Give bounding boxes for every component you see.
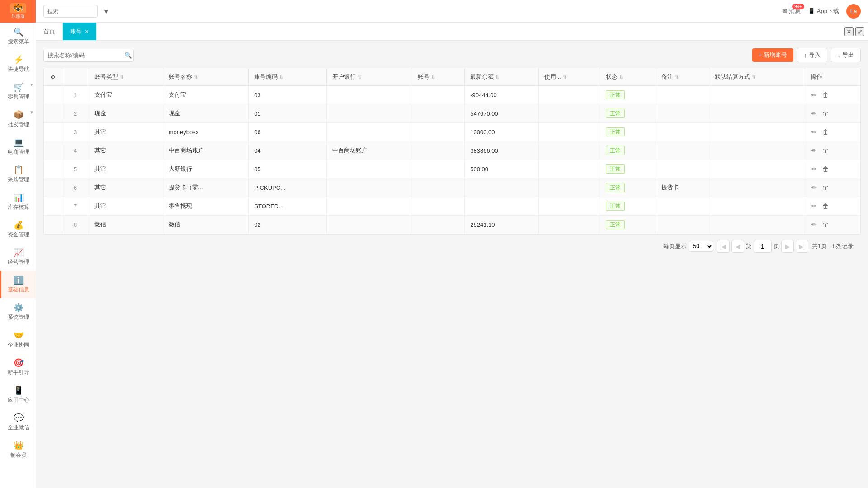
status-badge: 正常	[606, 183, 625, 192]
dropdown-button[interactable]: ▼	[103, 8, 109, 15]
th-account-type[interactable]: 账号类型 ⇅	[89, 68, 163, 86]
sidebar-item-system-mgmt[interactable]: ⚙️ 系统管理	[0, 298, 36, 326]
row-account	[412, 178, 465, 197]
th-settings[interactable]: ⚙	[44, 68, 62, 86]
row-checkbox-cell	[44, 141, 62, 160]
sidebar-item-frequent-member[interactable]: 👑 畅会员	[0, 436, 36, 464]
th-account[interactable]: 账号 ⇅	[412, 68, 465, 86]
th-default-settlement[interactable]: 默认结算方式 ⇅	[709, 68, 805, 86]
top-search-input[interactable]	[43, 5, 98, 18]
sidebar-item-app-center[interactable]: 📱 应用中心	[0, 381, 36, 408]
row-account-code: STORED...	[249, 197, 326, 216]
toolbar-right: + 新增账号 ↑ 导入 ↓ 导出	[752, 48, 861, 62]
sidebar-item-enterprise-wechat[interactable]: 💬 企业微信	[0, 408, 36, 436]
sort-icon-account: ⇅	[431, 75, 435, 80]
row-account-type: 微信	[89, 216, 163, 234]
edit-button[interactable]: ✏	[811, 127, 818, 136]
th-open-bank[interactable]: 开户银行 ⇅	[326, 68, 412, 86]
edit-button[interactable]: ✏	[811, 202, 818, 211]
add-account-button[interactable]: + 新增账号	[752, 48, 793, 62]
basic-info-icon: ℹ️	[14, 275, 24, 285]
row-account	[412, 197, 465, 216]
delete-button[interactable]: 🗑	[821, 90, 830, 99]
sidebar-item-quick-nav[interactable]: ⚡ 快捷导航	[0, 50, 36, 78]
row-status: 正常	[600, 141, 656, 160]
tab-home[interactable]: 首页	[36, 23, 63, 40]
delete-button[interactable]: 🗑	[821, 202, 830, 211]
delete-button[interactable]: 🗑	[821, 127, 830, 136]
row-account	[412, 141, 465, 160]
row-checkbox-cell	[44, 197, 62, 216]
sidebar-item-ecommerce-mgmt[interactable]: 💻 电商管理	[0, 133, 36, 160]
app-download-button[interactable]: 📱 App下载	[808, 7, 839, 15]
notification-button[interactable]: ✉ 消息 99+	[782, 7, 801, 15]
table-row: 6 其它 提货卡（零... PICKUPC... 正常 提货卡 ✏ 🗑	[44, 178, 860, 197]
delete-button[interactable]: 🗑	[821, 220, 830, 229]
total-records: 共1页，8条记录	[812, 242, 854, 250]
sidebar-item-wholesale-mgmt[interactable]: 📦 批发管理 ▼	[0, 105, 36, 133]
next-page-button[interactable]: ▶	[781, 240, 794, 253]
sidebar-item-capital-mgmt[interactable]: 💰 资金管理	[0, 216, 36, 243]
row-latest-balance: 383866.00	[465, 141, 539, 160]
row-default-settlement	[709, 216, 805, 234]
sidebar-item-label: 系统管理	[8, 314, 29, 321]
sidebar-item-beginner-guide[interactable]: 🎯 新手引导	[0, 353, 36, 381]
row-checkbox-cell	[44, 86, 62, 104]
row-account-code: 05	[249, 160, 326, 178]
per-page-select[interactable]: 50 20 100	[689, 241, 713, 252]
search-button[interactable]: 🔍	[121, 49, 134, 61]
row-index: 7	[62, 197, 89, 216]
edit-button[interactable]: ✏	[811, 164, 818, 174]
edit-button[interactable]: ✏	[811, 220, 818, 229]
delete-button[interactable]: 🗑	[821, 164, 830, 174]
sidebar-item-search-menu[interactable]: 🔍 搜索菜单	[0, 23, 36, 50]
import-button[interactable]: ↑ 导入	[797, 48, 827, 62]
tab-accounts[interactable]: 账号 ✕	[63, 23, 97, 40]
edit-button[interactable]: ✏	[811, 183, 818, 192]
sidebar-item-label: 畅会员	[10, 451, 27, 459]
row-default-settlement	[709, 104, 805, 123]
system-icon: ⚙️	[14, 303, 24, 313]
th-account-name[interactable]: 账号名称 ⇅	[163, 68, 249, 86]
sidebar-item-inventory[interactable]: 📊 库存核算	[0, 188, 36, 216]
close-tab-button[interactable]: ✕	[844, 27, 854, 36]
expand-button[interactable]: ⤢	[855, 27, 864, 36]
th-usage[interactable]: 使用... ⇅	[539, 68, 600, 86]
row-account-type: 其它	[89, 160, 163, 178]
tab-close-icon[interactable]: ✕	[85, 28, 89, 35]
delete-button[interactable]: 🗑	[821, 146, 830, 155]
row-open-bank	[326, 197, 412, 216]
ecommerce-icon: 💻	[14, 137, 24, 147]
delete-button[interactable]: 🗑	[821, 109, 830, 118]
export-button[interactable]: ↓ 导出	[831, 48, 861, 62]
th-status[interactable]: 状态 ⇅	[600, 68, 656, 86]
sidebar-item-operations-mgmt[interactable]: 📈 经营管理	[0, 243, 36, 271]
row-index: 1	[62, 86, 89, 104]
search-menu-icon: 🔍	[14, 27, 24, 37]
last-page-button[interactable]: ▶|	[796, 240, 808, 253]
delete-button[interactable]: 🗑	[821, 183, 830, 192]
sidebar-item-enterprise-agreement[interactable]: 🤝 企业协同	[0, 326, 36, 353]
page-number-input[interactable]	[754, 240, 772, 253]
th-account-code[interactable]: 账号编码 ⇅	[249, 68, 326, 86]
th-latest-balance[interactable]: 最新余额 ⇅	[465, 68, 539, 86]
row-usage	[539, 178, 600, 197]
sidebar: 🐯 乐惠版 🔍 搜索菜单 ⚡ 快捷导航 🛒 零售管理 ▼ 📦 批发管理 ▼ 💻 …	[0, 0, 36, 488]
edit-button[interactable]: ✏	[811, 90, 818, 99]
top-header: ▼ ✉ 消息 99+ 📱 App下载 Ea	[36, 0, 868, 23]
search-input[interactable]	[44, 49, 121, 61]
th-remark[interactable]: 备注 ⇅	[656, 68, 709, 86]
sidebar-item-purchase-mgmt[interactable]: 📋 采购管理	[0, 160, 36, 188]
row-account-name: 零售抵现	[163, 197, 249, 216]
row-account-type: 其它	[89, 178, 163, 197]
sidebar-item-retail-mgmt[interactable]: 🛒 零售管理 ▼	[0, 78, 36, 105]
row-action: ✏ 🗑	[805, 178, 860, 197]
edit-button[interactable]: ✏	[811, 146, 818, 155]
sidebar-item-basic-info[interactable]: ℹ️ 基础信息	[0, 271, 36, 298]
row-account-name: 现金	[163, 104, 249, 123]
first-page-button[interactable]: |◀	[717, 240, 730, 253]
prev-page-button[interactable]: ◀	[731, 240, 744, 253]
user-avatar[interactable]: Ea	[846, 4, 861, 19]
edit-button[interactable]: ✏	[811, 109, 818, 118]
row-latest-balance: -90444.00	[465, 86, 539, 104]
